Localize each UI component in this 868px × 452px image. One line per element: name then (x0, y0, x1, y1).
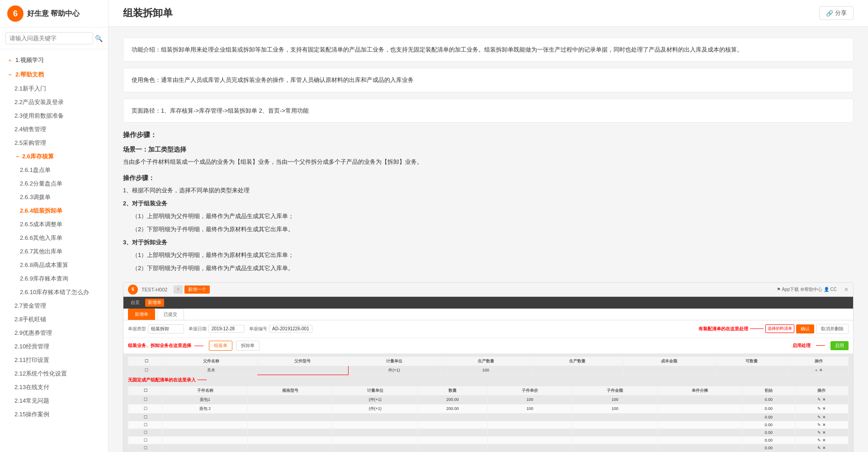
sidebar-item-2-6-8[interactable]: 2.6.8商品成本重算 (0, 258, 108, 272)
sub-table-row-1: ☐ 面包1 (件(+1) 200.00 100 100 0.00 ✎ ✕ (128, 395, 849, 404)
col-header-ops: 操作 (789, 357, 849, 366)
nav-tree: ＋ 1.视频学习 － 2.帮助文档 2.1新手入门 2.2产品安装及登录 2.3… (0, 49, 108, 452)
type-btn-assembly[interactable]: 组装单 (209, 341, 232, 351)
col-header-7: 可数量 (715, 357, 789, 366)
sidebar-item-2-10[interactable]: 2.10经营管理 (0, 340, 108, 353)
tab-bar: 新增单 已提交 (123, 309, 853, 320)
main-header: 组装拆卸单 🔗 分享 (108, 0, 868, 27)
sub-col-header-ops: 操作 (795, 386, 848, 395)
step3-1: （1）上部明细为父件明细，最终作为原材料生成其它出库单； (123, 250, 854, 261)
info-block-3: 页面路径：1、库存核算->库存管理->组装拆卸单 2、首页->常用功能 (123, 99, 854, 123)
sub-col-header-8: 初始 (742, 386, 795, 395)
chrome-app-id: TEST-H002 (142, 287, 167, 292)
cell-qty2 (532, 366, 623, 375)
field-type-value[interactable]: 组装拆卸 (148, 324, 184, 333)
table-row: ☐ 关木 件(+1) 100 ＋ ✕ (128, 366, 849, 375)
sidebar-item-2-6-6[interactable]: 2.6.6其他入库单 (0, 231, 108, 245)
info-text-3: 页面路径：1、库存核算->库存管理->组装拆卸单 2、首页->常用功能 (132, 107, 309, 114)
type-btn-disassembly[interactable]: 拆卸单 (236, 341, 259, 351)
share-button[interactable]: 🔗 分享 (819, 6, 854, 20)
form-area: 单据类型 组装拆卸 单据日期 2019-12-28 单据编号 AD-201912… (123, 320, 853, 338)
sidebar-item-2-6-10[interactable]: 2.6.10库存账本错了怎么办 (0, 285, 108, 299)
sidebar-item-2-12[interactable]: 2.12系统个性化设置 (0, 367, 108, 381)
sidebar-item-2-1[interactable]: 2.1新手入门 (0, 82, 108, 95)
cancel-btn[interactable]: 取消并删除 (816, 324, 849, 334)
sidebar-item-2-7[interactable]: 2.7资金管理 (0, 299, 108, 313)
sub-col-header-4: 数量 (418, 386, 487, 395)
cell-cost (623, 366, 715, 375)
sidebar-item-2-8[interactable]: 2.8手机旺铺 (0, 313, 108, 326)
search-input[interactable] (5, 32, 93, 44)
col-header-4: 生产数量 (440, 357, 532, 366)
sidebar-item-2-15[interactable]: 2.15操作案例 (0, 408, 108, 421)
sub-table: ☐ 子件名称 规格型号 计量单位 数量 子件单价 子件金额 单件分摊 初始 操作 (128, 386, 849, 452)
tab-submitted[interactable]: 已提交 (157, 309, 184, 320)
sidebar-item-2-9[interactable]: 2.9优惠券管理 (0, 326, 108, 340)
sidebar-item-1[interactable]: ＋ 1.视频学习 (0, 53, 108, 67)
step2-1: （1）上部明细为父件明细，最终作为产成品生成其它入库单； (123, 211, 854, 222)
sidebar-item-2-2[interactable]: 2.2产品安装及登录 (0, 95, 108, 109)
main: 组装拆卸单 🔗 分享 功能介绍：组装拆卸单用来处理企业组装或拆卸等加工业务，支持… (108, 0, 868, 452)
sidebar-item-2-4[interactable]: 2.4销售管理 (0, 123, 108, 136)
sidebar-item-2-13[interactable]: 2.13在线支付 (0, 381, 108, 394)
col-header-5: 生产数量 (532, 357, 623, 366)
search-icon[interactable]: 🔍 (95, 35, 103, 42)
sidebar-item-2-6-4[interactable]: 2.6.4组装拆卸单 (0, 204, 108, 218)
sidebar-item-2-6-5[interactable]: 2.6.5成本调整单 (0, 218, 108, 231)
col-header-2: 父件型号 (257, 357, 349, 366)
cell-model[interactable] (257, 366, 349, 375)
step3: 3、对于拆卸业务 (123, 237, 854, 248)
sidebar-item-2-11[interactable]: 2.11打印设置 (0, 353, 108, 367)
tab-new[interactable]: 新增单 (128, 309, 155, 320)
annotation2-text: 组装业务、拆卸业务在这里选择 (128, 343, 205, 349)
annotation1-arrow (750, 328, 764, 329)
sidebar-item-2[interactable]: － 2.帮助文档 (0, 67, 108, 82)
annotation4-text: 无固定成产组配清单的在这里录入 (128, 377, 196, 383)
sidebar-item-2-6-9[interactable]: 2.6.9库存账本查询 (0, 272, 108, 285)
cell-avail (715, 366, 789, 375)
field-date-value[interactable]: 2019-12-28 (208, 325, 245, 333)
nav-new-order[interactable]: 新增单 (145, 299, 164, 307)
sidebar-item-2-6-2[interactable]: 2.6.2分量盘点单 (0, 177, 108, 190)
sidebar-item-2-3[interactable]: 2.3使用前数据准备 (0, 109, 108, 123)
step2-2: （2）下部明细为子件明细，最终作为原材料生成其它出库单。 (123, 224, 854, 235)
col-header-checkbox: ☐ (128, 357, 165, 366)
sub-col-header-3: 计量单位 (333, 386, 418, 395)
annotation1-area: 有装配清单的在这里处理 选择的料清单 确认 取消并删除 (698, 324, 849, 334)
step2: 2、对于组装业务 (123, 198, 854, 209)
search-box: 🔍 (0, 28, 108, 49)
table-area: ☐ 父件名称 父件型号 计量单位 生产数量 生产数量 成本金额 可数量 操作 (123, 354, 853, 452)
nav-home[interactable]: 自页 (128, 299, 142, 307)
type-selector: 组装业务、拆卸业务在这里选择 组装单 拆卸单 启用处理 启用 (123, 338, 853, 354)
sidebar-item-2-6[interactable]: － 2.6库存核算 (0, 150, 108, 163)
enable-btn[interactable]: 启用 (830, 341, 849, 350)
sidebar-item-2-6-1[interactable]: 2.6.1盘点单 (0, 163, 108, 177)
chrome-btn-new[interactable]: 新增一个 (184, 285, 210, 294)
field-type: 单据类型 组装拆卸 (128, 324, 184, 333)
cell-qty1: 100 (440, 366, 532, 375)
sub-table-row-5: ☐0.00✎ ✕ (128, 428, 849, 436)
ops-steps-title: 操作步骤： (123, 174, 854, 182)
info-block-2: 使用角色：通常由生产人员或库管人员完成拆装业务的操作，库管人员确认原材料的出库和… (123, 68, 854, 92)
sub-table-row-6: ☐0.00✎ ✕ (128, 436, 849, 444)
annotation1-btn[interactable]: 选择的料清单 (765, 324, 794, 333)
annotation4-arrow (198, 380, 207, 380)
sidebar-item-2-6-3[interactable]: 2.6.3调拨单 (0, 190, 108, 204)
minus-icon-2-6: － (14, 152, 20, 161)
sidebar-item-2-6-7[interactable]: 2.6.7其他出库单 (0, 245, 108, 258)
sub-col-header-6: 子件金额 (572, 386, 657, 395)
sidebar-item-2-14[interactable]: 2.14常见问题 (0, 394, 108, 408)
scene1-title: 场景一：加工类型选择 (123, 146, 854, 154)
chrome-close-icon[interactable]: ✕ (844, 286, 849, 293)
content-area: 功能介绍：组装拆卸单用来处理企业组装或拆卸等加工业务，支持有固定装配清单的产品加… (108, 27, 868, 452)
confirm-btn[interactable]: 确认 (796, 324, 814, 333)
ops-title: 操作步骤： (123, 131, 854, 139)
sub-col-header-1: 子件名称 (163, 386, 248, 395)
plus-icon: ＋ (7, 57, 13, 64)
field-no-value[interactable]: AD-20191226-001 (269, 325, 312, 333)
chrome-icons: ⚑ App下载 ⚙帮助中心 👤 CC (777, 286, 837, 293)
annotation3-arrow (816, 345, 825, 346)
sidebar-header: 6 好生意 帮助中心 (0, 0, 108, 28)
chrome-btn-prev[interactable]: ‹ (174, 285, 182, 294)
sidebar-item-2-5[interactable]: 2.5采购管理 (0, 136, 108, 150)
